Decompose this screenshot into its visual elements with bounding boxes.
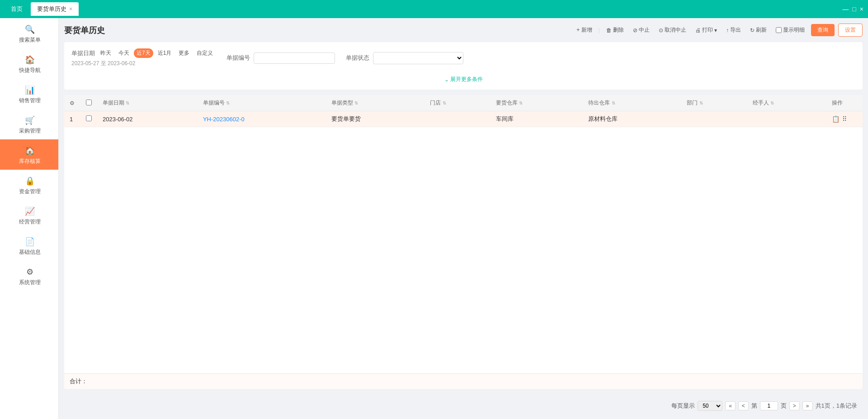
row-dept: [681, 111, 747, 127]
tab-home[interactable]: 首页: [5, 2, 29, 16]
col-date[interactable]: 单据日期 ⇅: [97, 95, 198, 111]
sidebar-item-sales-mgmt[interactable]: 📊 销售管理: [0, 79, 58, 109]
row-select-checkbox[interactable]: [86, 115, 92, 121]
finance-mgmt-icon: 🔒: [25, 176, 35, 186]
row-handler: [747, 111, 826, 127]
refresh-button[interactable]: ↻ 刷新: [747, 24, 769, 36]
sidebar-item-label: 经营管理: [19, 218, 41, 226]
sort-handler-icon: ⇅: [770, 100, 774, 105]
row-no-link[interactable]: YH-20230602-0: [203, 116, 245, 123]
filter-date-item: 单据日期 昨天 今天 近7天 近1月 更多 自定义 202: [71, 48, 216, 67]
status-label: 单据状态: [346, 54, 369, 62]
filter-orderno-item: 单据编号: [226, 52, 335, 64]
delete-icon: 🗑: [606, 27, 612, 33]
refresh-icon: ↻: [750, 27, 755, 33]
date-btn-more[interactable]: 更多: [176, 48, 192, 58]
sidebar-item-finance-mgmt[interactable]: 🔒 资金管理: [0, 170, 58, 200]
sidebar-item-label: 基础信息: [19, 248, 41, 256]
sidebar-item-label: 搜索菜单: [19, 36, 41, 44]
status-select[interactable]: [373, 52, 463, 64]
col-req-warehouse[interactable]: 要货仓库 ⇅: [491, 95, 583, 111]
filter-area: 单据日期 昨天 今天 近7天 近1月 更多 自定义 202: [64, 42, 863, 90]
sidebar-item-ops-mgmt[interactable]: 📈 经营管理: [0, 200, 58, 230]
date-filter-label: 单据日期: [71, 49, 95, 57]
query-button[interactable]: 查询: [811, 24, 835, 36]
sidebar-item-label: 销售管理: [19, 97, 41, 105]
tab-active[interactable]: 要货单历史 ×: [31, 2, 79, 16]
stop-button[interactable]: ⊘ 中止: [630, 24, 652, 36]
date-btn-1month[interactable]: 近1月: [155, 48, 175, 58]
chevron-down-icon: ⌄: [444, 76, 449, 83]
page-label: 第: [751, 402, 757, 410]
row-checkbox[interactable]: [80, 111, 97, 127]
expand-more-button[interactable]: ⌄ 展开更多条件: [444, 76, 483, 83]
sidebar-item-system-mgmt[interactable]: ⚙ 系统管理: [0, 261, 58, 291]
next-page-button[interactable]: >: [789, 401, 800, 410]
sidebar-item-purchase-mgmt[interactable]: 🛒 采购管理: [0, 109, 58, 139]
page-size-select[interactable]: 50 100 200: [698, 401, 722, 411]
show-detail-checkbox[interactable]: 显示明细: [773, 24, 807, 36]
row-store: [425, 111, 491, 127]
sidebar-item-basic-info[interactable]: 📄 基础信息: [0, 230, 58, 261]
sidebar: 🔍 搜索菜单 🏠 快捷导航 📊 销售管理 🛒 采购管理 🏠 库存核算 🔒 资金管…: [0, 18, 59, 419]
print-button[interactable]: 🖨 打印 ▾: [693, 24, 720, 36]
pagination-info: 共1页，1条记录: [816, 402, 857, 410]
select-all-checkbox[interactable]: [86, 100, 92, 105]
page-suffix: 页: [781, 402, 787, 410]
active-tab-label: 要货单历史: [37, 5, 66, 13]
top-bar: 首页 要货单历史 × — □ ×: [0, 0, 868, 18]
row-pending-warehouse: 原材料仓库: [583, 111, 681, 127]
filter-status-item: 单据状态: [346, 52, 463, 64]
show-detail-input[interactable]: [776, 27, 782, 33]
new-button[interactable]: + 新增: [574, 24, 594, 36]
settings-button[interactable]: 设置: [838, 24, 863, 37]
cancel-stop-button[interactable]: ⊙ 取消中止: [656, 24, 689, 36]
sidebar-item-quick-nav[interactable]: 🏠 快捷导航: [0, 48, 58, 79]
col-no[interactable]: 单据编号 ⇅: [198, 95, 326, 111]
sidebar-item-label: 采购管理: [19, 127, 41, 135]
expand-more-area: ⌄ 展开更多条件: [71, 76, 855, 83]
sidebar-item-inventory[interactable]: 🏠 库存核算: [0, 139, 58, 170]
col-checkbox: [80, 95, 97, 111]
cancel-stop-icon: ⊙: [659, 27, 663, 33]
first-page-button[interactable]: «: [725, 401, 736, 410]
summary-label: 合计：: [70, 377, 87, 386]
orderno-input[interactable]: [254, 52, 335, 64]
export-button[interactable]: ↑ 导出: [723, 24, 744, 36]
prev-page-button[interactable]: <: [738, 401, 749, 410]
minimize-icon[interactable]: —: [842, 5, 849, 13]
maximize-icon[interactable]: □: [852, 5, 856, 13]
sort-store-icon: ⇅: [443, 100, 446, 105]
date-btn-yesterday[interactable]: 昨天: [98, 48, 114, 58]
page-size-label: 每页显示: [671, 402, 695, 410]
sort-req-warehouse-icon: ⇅: [519, 100, 523, 105]
stop-icon: ⊘: [633, 27, 637, 33]
basic-info-icon: 📄: [25, 237, 35, 247]
close-window-icon[interactable]: ×: [860, 5, 863, 13]
col-settings[interactable]: ⚙: [64, 95, 80, 111]
col-type[interactable]: 单据类型 ⇅: [326, 95, 425, 111]
col-pending-warehouse[interactable]: 待出仓库 ⇅: [583, 95, 681, 111]
delete-button[interactable]: 🗑 删除: [604, 24, 627, 36]
page-number-input[interactable]: [760, 401, 778, 410]
sort-type-icon: ⇅: [354, 100, 358, 105]
row-index: 1: [64, 111, 80, 127]
sort-no-icon: ⇅: [226, 100, 230, 105]
sidebar-item-search-menu[interactable]: 🔍 搜索菜单: [0, 18, 58, 48]
sort-dept-icon: ⇅: [699, 100, 703, 105]
date-btn-custom[interactable]: 自定义: [194, 48, 216, 58]
last-page-button[interactable]: »: [802, 401, 813, 410]
page-header: 要货单历史 + 新增 | 🗑 删除 ⊘ 中止 ⊙ 取消中止 🖨: [64, 24, 863, 37]
col-store[interactable]: 门店 ⇅: [425, 95, 491, 111]
filter-row-main: 单据日期 昨天 今天 近7天 近1月 更多 自定义 202: [71, 48, 855, 67]
action-more-icon[interactable]: ⠿: [842, 115, 847, 123]
search-menu-icon: 🔍: [25, 24, 35, 34]
col-handler[interactable]: 经手人 ⇅: [747, 95, 826, 111]
date-btn-today[interactable]: 今天: [116, 48, 132, 58]
col-dept[interactable]: 部门 ⇅: [681, 95, 747, 111]
action-edit-icon[interactable]: 📋: [832, 115, 840, 123]
row-req-warehouse: 车间库: [491, 111, 583, 127]
date-btn-7days[interactable]: 近7天: [134, 48, 153, 58]
close-tab-icon[interactable]: ×: [69, 6, 72, 12]
sidebar-item-label: 库存核算: [19, 157, 41, 165]
